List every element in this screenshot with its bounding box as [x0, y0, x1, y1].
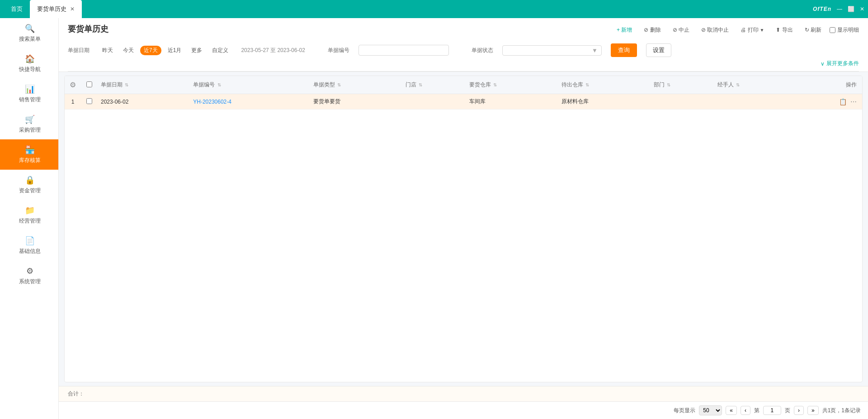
cancel-stop-button[interactable]: ⊘ 取消中止	[698, 24, 732, 36]
chevron-down-icon: ∨	[821, 61, 825, 67]
page-suffix: 页	[785, 407, 790, 414]
col-checkbox	[81, 76, 97, 94]
date-range-display: 2023-05-27 至 2023-06-02	[241, 47, 305, 54]
content-area: 要货单历史 + 新增 ⊘ 删除 ⊘ 中止 ⊘ 取消中止 🖨 打印 ▼ ⬆ 导出 …	[59, 18, 868, 419]
last-page-btn[interactable]: »	[807, 406, 819, 415]
sidebar-item-sys-mgmt[interactable]: ⚙ 系统管理	[0, 261, 58, 291]
date-btn-custom[interactable]: 自定义	[208, 46, 232, 55]
query-button[interactable]: 查询	[611, 43, 637, 57]
status-label: 单据状态	[472, 47, 493, 54]
sidebar-item-label: 系统管理	[19, 278, 41, 286]
refresh-button[interactable]: ↻ 刷新	[801, 24, 825, 36]
sort-icon: ⇅	[419, 82, 422, 87]
action-icons: 📋 ⋯	[795, 98, 857, 105]
display-detail-input[interactable]	[830, 27, 835, 33]
col-dept-label: 部门	[654, 81, 665, 88]
col-handler-label: 经手人	[717, 81, 734, 88]
filter-row-1: 单据日期 昨天 今天 近7天 近1月 更多 自定义 2023-05-27 至 2…	[68, 43, 859, 57]
edit-icon[interactable]: 📋	[839, 98, 847, 105]
print-label: 打印 ▼	[748, 26, 764, 34]
prev-page-btn[interactable]: ‹	[741, 406, 750, 415]
display-detail-checkbox[interactable]: 显示明细	[830, 26, 859, 34]
date-btn-more[interactable]: 更多	[188, 46, 206, 55]
date-filter-options: 昨天 今天 近7天 近1月 更多 自定义	[99, 46, 232, 55]
purchase-icon: 🛒	[25, 114, 35, 124]
per-page-select[interactable]: 50 100 200	[699, 405, 722, 415]
col-bill-date: 单据日期 ⇅	[97, 76, 189, 94]
page-header: 要货单历史 + 新增 ⊘ 删除 ⊘ 中止 ⊘ 取消中止 🖨 打印 ▼ ⬆ 导出 …	[59, 18, 868, 72]
next-page-btn[interactable]: ›	[794, 406, 804, 415]
new-button[interactable]: + 新增	[613, 24, 636, 36]
row-pending-warehouse: 原材料仓库	[558, 94, 650, 110]
row-bill-date: 2023-06-02	[97, 94, 189, 110]
sidebar-item-label: 库存核算	[19, 157, 41, 164]
sidebar-item-finance[interactable]: 🔒 资金管理	[0, 170, 58, 200]
bill-no-link[interactable]: YH-20230602-4	[193, 99, 231, 105]
col-req-warehouse: 要货仓库 ⇅	[466, 76, 558, 94]
date-btn-yesterday[interactable]: 昨天	[99, 46, 117, 55]
row-num: 1	[65, 94, 81, 110]
status-select[interactable]: ▼	[502, 45, 602, 56]
data-table: ⚙ 单据日期 ⇅ 单据编号 ⇅	[65, 76, 862, 110]
expand-label: 展开更多条件	[826, 60, 859, 67]
table-header-row: ⚙ 单据日期 ⇅ 单据编号 ⇅	[65, 76, 862, 94]
row-bill-no[interactable]: YH-20230602-4	[189, 94, 310, 110]
date-btn-7days[interactable]: 近7天	[140, 46, 161, 55]
quick-nav-icon: 🏠	[25, 54, 35, 64]
col-bill-date-label: 单据日期	[101, 81, 123, 88]
total-info: 共1页，1条记录	[822, 407, 861, 414]
basic-info-icon: 📄	[25, 236, 35, 246]
first-page-btn[interactable]: «	[726, 406, 737, 415]
row-bill-type: 要货单要货	[310, 94, 402, 110]
finance-icon: 🔒	[25, 175, 35, 185]
sidebar-item-inventory[interactable]: 🏪 库存核算	[0, 139, 58, 170]
row-req-warehouse: 车间库	[466, 94, 558, 110]
sidebar: 🔍 搜索菜单 🏠 快捷导航 📊 销售管理 🛒 采购管理 🏪 库存核算 🔒 资金管…	[0, 18, 59, 419]
sidebar-item-label: 搜索菜单	[19, 35, 41, 43]
tab-requisition-history[interactable]: 要货单历史 ✕	[30, 0, 82, 18]
sidebar-item-purchase[interactable]: 🛒 采购管理	[0, 109, 58, 139]
row-actions: 📋 ⋯	[792, 94, 862, 110]
stop-button[interactable]: ⊘ 中止	[669, 24, 693, 36]
expand-more-btn[interactable]: ∨ 展开更多条件	[821, 60, 859, 67]
delete-button[interactable]: ⊘ 删除	[640, 24, 664, 36]
sort-icon: ⇅	[667, 82, 670, 87]
row-handler	[714, 94, 792, 110]
date-filter-label: 单据日期	[68, 47, 90, 54]
close-btn[interactable]: ✕	[860, 6, 864, 12]
tab-close-icon[interactable]: ✕	[70, 6, 75, 12]
export-button[interactable]: ⬆ 导出	[772, 24, 796, 36]
sidebar-item-quick-nav[interactable]: 🏠 快捷导航	[0, 48, 58, 79]
tab-home[interactable]: 首页	[4, 0, 30, 18]
footer-bar: 合计：	[59, 386, 868, 401]
select-all-checkbox[interactable]	[86, 81, 92, 87]
date-btn-today[interactable]: 今天	[119, 46, 137, 55]
page-input[interactable]	[763, 406, 781, 415]
tab-home-label: 首页	[11, 5, 23, 13]
sort-icon: ⇅	[125, 82, 128, 87]
sidebar-item-basic-info[interactable]: 📄 基础信息	[0, 230, 58, 261]
more-icon[interactable]: ⋯	[850, 98, 857, 105]
col-bill-no-label: 单据编号	[193, 81, 215, 88]
sidebar-item-label: 快捷导航	[19, 66, 41, 73]
sidebar-item-search-menu[interactable]: 🔍 搜索菜单	[0, 18, 58, 48]
row-store	[402, 94, 466, 110]
bill-no-label: 单据编号	[328, 47, 349, 54]
minimize-btn[interactable]: —	[837, 6, 842, 12]
col-pending-warehouse-label: 待出仓库	[561, 81, 583, 88]
col-bill-no: 单据编号 ⇅	[189, 76, 310, 94]
sidebar-item-sales[interactable]: 📊 销售管理	[0, 79, 58, 109]
settings-button[interactable]: 设置	[646, 43, 671, 57]
bill-no-input[interactable]	[359, 45, 449, 56]
tab-requisition-label: 要货单历史	[37, 5, 66, 13]
maximize-btn[interactable]: ⬜	[848, 6, 854, 12]
col-pending-warehouse: 待出仓库 ⇅	[558, 76, 650, 94]
date-btn-1month[interactable]: 近1月	[164, 46, 185, 55]
sidebar-item-ops[interactable]: 📁 经营管理	[0, 200, 58, 230]
row-checkbox[interactable]	[86, 98, 92, 104]
print-button[interactable]: 🖨 打印 ▼	[737, 24, 768, 36]
sidebar-item-label: 经营管理	[19, 217, 41, 225]
column-settings-icon[interactable]: ⚙	[70, 81, 76, 89]
print-icon: 🖨	[741, 27, 746, 33]
toolbar: + 新增 ⊘ 删除 ⊘ 中止 ⊘ 取消中止 🖨 打印 ▼ ⬆ 导出 ↻ 刷新 显…	[613, 24, 859, 36]
